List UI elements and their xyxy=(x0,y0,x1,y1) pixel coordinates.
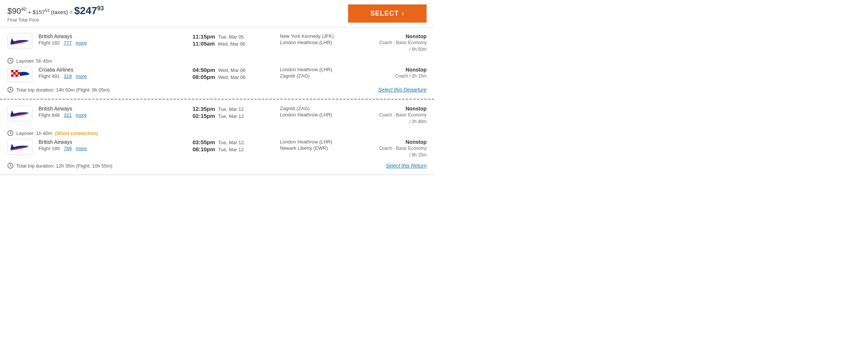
select-button[interactable]: SELECT › xyxy=(348,4,427,23)
return-flight-2-row: British Airways Flight 189 789 more 03:5… xyxy=(7,139,427,158)
depart-time-2: 04:50pm xyxy=(193,67,215,73)
return-arrive-time-2: 08:10pm xyxy=(193,146,215,152)
select-departure-link[interactable]: Select this Departure xyxy=(378,87,427,93)
british-airways-logo-3 xyxy=(7,139,33,155)
svg-rect-15 xyxy=(16,75,18,77)
clock-icon-2 xyxy=(7,87,13,93)
return-flight-number-2: Flight 189 789 more xyxy=(39,146,187,151)
return-total-row: Total trip duration: 12h 35m (Flight: 10… xyxy=(7,161,427,169)
return-times-2: 03:55pm Tue, Mar 12 08:10pm Tue, Mar 12 xyxy=(193,139,274,153)
return-depart-date-2: Tue, Mar 12 xyxy=(218,140,244,145)
dest-2: Zagreb (ZAG) xyxy=(280,73,361,79)
svg-rect-5 xyxy=(11,70,13,72)
return-nonstop-2: Nonstop Coach - Basic Economy / 8h 15m xyxy=(367,139,427,158)
nonstop-info-2: Nonstop Coach / 2h 15m xyxy=(367,67,427,79)
return-flight-1-row: British Airways Flight 849 321 more 12:3… xyxy=(7,106,427,125)
aircraft-code-link-2[interactable]: 319 xyxy=(64,73,72,79)
return-depart-time-1: 12:35pm xyxy=(193,106,215,112)
svg-rect-7 xyxy=(16,70,18,72)
svg-rect-14 xyxy=(13,75,16,77)
flight-number-2: Flight 491 319 more xyxy=(39,73,187,79)
return-aircraft-code-2[interactable]: 789 xyxy=(64,146,72,151)
nonstop-label-2: Nonstop xyxy=(367,67,427,73)
price-base: $9040 xyxy=(7,6,26,16)
price-line: $9040 + $15753 (taxes) = $24793 xyxy=(7,5,104,17)
svg-line-23 xyxy=(10,133,11,134)
return-aircraft-code-1[interactable]: 321 xyxy=(64,112,72,118)
return-section: British Airways Flight 849 321 more 12:3… xyxy=(0,99,434,175)
clock-icon-1 xyxy=(7,58,13,64)
svg-rect-8 xyxy=(18,70,20,72)
return-nonstop-label-2: Nonstop xyxy=(367,139,427,145)
depart-date-2: Wed, Mar 06 xyxy=(218,67,246,73)
return-flight-2-info: British Airways Flight 189 789 more xyxy=(39,139,187,151)
return-depart-time-2: 03:55pm xyxy=(193,139,215,145)
svg-rect-12 xyxy=(18,72,20,75)
taxes-label: (taxes) xyxy=(51,9,68,15)
return-flight-number-1: Flight 849 321 more xyxy=(39,112,187,118)
depart-time-1: 11:15pm xyxy=(193,33,215,40)
total-trip-duration-ret: Total trip duration: 12h 35m (Flight: 10… xyxy=(16,163,112,169)
return-dest-1: London Heathrow (LHR) xyxy=(280,112,361,118)
plus-sign: + xyxy=(28,9,31,15)
svg-rect-10 xyxy=(13,72,16,75)
svg-rect-13 xyxy=(11,75,13,77)
cabin-info-1: Coach - Basic Economy / 6h 50m xyxy=(367,39,427,53)
departure-times-1: 11:15pm Tue, Mar 05 11:05am Wed, Mar 06 xyxy=(193,33,274,47)
departure-total-text: Total trip duration: 14h 50m (Flight: 9h… xyxy=(7,87,110,93)
svg-line-19 xyxy=(10,90,11,90)
return-origin-2: London Heathrow (LHR) xyxy=(280,139,361,145)
more-link-2[interactable]: more xyxy=(76,73,87,79)
return-more-link-1[interactable]: more xyxy=(76,112,87,118)
clock-icon-4 xyxy=(7,163,13,169)
arrive-time-2: 08:05pm xyxy=(193,74,215,80)
return-arrive-date-2: Tue, Mar 12 xyxy=(218,147,244,152)
select-return-link[interactable]: Select this Return xyxy=(386,163,427,169)
svg-rect-16 xyxy=(18,75,20,77)
departure-flight-2-info: Croatia Airlines Flight 491 319 more xyxy=(39,67,187,79)
price-total: $24793 xyxy=(74,5,104,17)
return-more-link-2[interactable]: more xyxy=(76,146,87,151)
departure-flight-1-row: British Airways Flight 182 777 more 11:1… xyxy=(7,33,427,53)
british-airways-logo-1 xyxy=(7,33,33,49)
chevron-right-icon: › xyxy=(402,10,404,17)
aircraft-code-link-1[interactable]: 777 xyxy=(64,40,72,46)
cabin-info-2: Coach / 2h 15m xyxy=(367,73,427,79)
return-dest-2: Newark Liberty (EWR) xyxy=(280,145,361,151)
arrive-date-2: Wed, Mar 06 xyxy=(218,75,246,80)
departure-section: British Airways Flight 182 777 more 11:1… xyxy=(0,27,434,99)
return-arrive-date-1: Tue, Mar 12 xyxy=(218,113,244,119)
departure-flight-2-row: Croatia Airlines Flight 491 319 more 04:… xyxy=(7,67,427,82)
nonstop-info-1: Nonstop Coach - Basic Economy / 6h 50m xyxy=(367,33,427,53)
british-airways-logo-2 xyxy=(7,106,33,121)
departure-flight-1-info: British Airways Flight 182 777 more xyxy=(39,33,187,46)
departure-airports-2: London Heathrow (LHR) Zagreb (ZAG) xyxy=(280,67,361,79)
depart-date-1: Tue, Mar 05 xyxy=(218,34,244,40)
return-nonstop-1: Nonstop Coach - Basic Economy / 2h 40m xyxy=(367,106,427,125)
departure-layover: Layover: 5h 45m xyxy=(7,55,427,67)
svg-rect-6 xyxy=(13,70,16,72)
clock-icon-3 xyxy=(7,130,13,136)
dest-1: London Heathrow (LHR) xyxy=(280,40,361,45)
origin-2: London Heathrow (LHR) xyxy=(280,67,361,72)
total-trip-duration-dep: Total trip duration: 14h 50m (Flight: 9h… xyxy=(16,87,110,93)
return-airline-name-2: British Airways xyxy=(39,139,187,145)
return-airports-2: London Heathrow (LHR) Newark Liberty (EW… xyxy=(280,139,361,152)
layover-text-1: Layover: 5h 45m xyxy=(16,58,52,64)
final-total-label: Final Total Price xyxy=(7,17,104,23)
airline-name-1: British Airways xyxy=(39,33,187,39)
layover-text-2: Layover: 1h 40m xyxy=(16,130,52,136)
departure-times-2: 04:50pm Wed, Mar 06 08:05pm Wed, Mar 06 xyxy=(193,67,274,81)
svg-rect-9 xyxy=(11,72,13,75)
return-depart-date-1: Tue, Mar 12 xyxy=(218,106,244,112)
svg-line-27 xyxy=(10,166,11,166)
departure-total-row: Total trip duration: 14h 50m (Flight: 9h… xyxy=(7,85,427,93)
origin-1: New York Kennedy (JFK) xyxy=(280,33,361,39)
price-taxes: $15753 xyxy=(33,8,50,15)
equals-sign: = xyxy=(69,9,73,15)
return-times-1: 12:35pm Tue, Mar 12 02:15pm Tue, Mar 12 xyxy=(193,106,274,120)
return-airline-name-1: British Airways xyxy=(39,106,187,112)
flight-number-1: Flight 182 777 more xyxy=(39,40,187,46)
more-link-1[interactable]: more xyxy=(76,40,87,46)
svg-rect-11 xyxy=(16,72,18,75)
